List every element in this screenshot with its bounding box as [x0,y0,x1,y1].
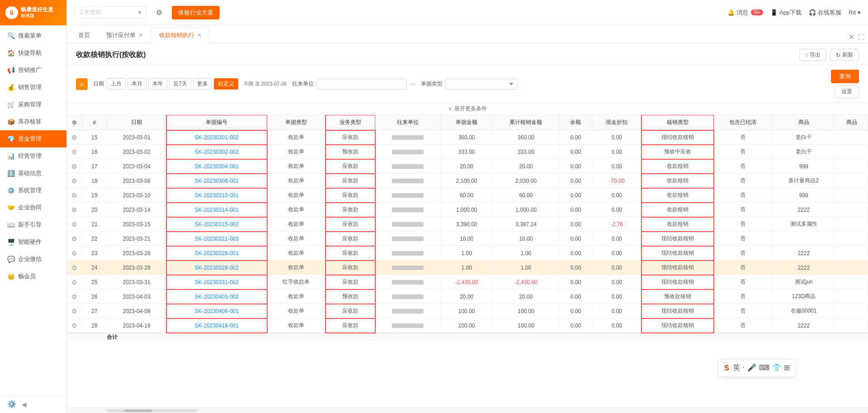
doc-no-link[interactable]: SK-20230408-001 [194,308,238,314]
doc-no-link[interactable]: SK-20230315-002 [194,221,238,228]
row-settings-6[interactable]: ⚙ [67,217,82,232]
cell-product: 123D商品 [772,290,835,304]
row-settings-3[interactable]: ⚙ [67,174,82,188]
doc-no-link[interactable]: SK-20230308-001 [194,178,238,184]
tab-collection-verify[interactable]: 收款核销执行 ✕ [151,27,209,43]
sidebar-item-wechat[interactable]: 💬企业微信 [0,251,66,268]
doc-no-link[interactable]: SK-20230403-002 [194,294,238,300]
sidebar-item-hardware[interactable]: 🖥️智能硬件 [0,233,66,251]
counterparty-input[interactable] [316,79,407,90]
online-service-label: 在线客服 [818,9,841,17]
sidebar-item-purchase[interactable]: 🛒采购管理 [0,96,66,113]
cell-biz-type: 应收款 [326,130,375,145]
doc-type-select[interactable]: 收款单 红字收款单 [445,79,518,90]
sidebar-item-guide[interactable]: 📖新手引导 [0,216,66,233]
notifications-btn[interactable]: 🔔 消息 99+ [727,9,763,17]
date-btn-7days[interactable]: 近7天 [169,78,191,90]
query-btn[interactable]: 查询 [831,70,859,83]
cell-doc-amount: 20.00 [441,290,492,304]
row-settings-1[interactable]: ⚙ [67,145,82,159]
tab-collection-close[interactable]: ✕ [197,32,202,38]
sidebar-item-basic-info[interactable]: ℹ️基础信息 [0,165,66,182]
cell-counterparty [375,246,441,261]
cell-verified-amount: 60.00 [492,188,559,203]
cell-cash-discount: 0.00 [592,290,642,304]
date-btn-this-month[interactable]: 本月 [127,78,146,90]
sidebar-item-enterprise[interactable]: 🤝企业协同 [0,199,66,216]
sidebar-item-finance[interactable]: 💎资金管理 [0,130,66,147]
collapse-icon[interactable]: ◀ [22,401,27,408]
row-settings-12[interactable]: ⚙ [67,304,82,318]
expand-icon: ∨ [448,105,453,112]
date-filter-group: 日期 上月 本月 本年 近7天 更多 自定义 [93,78,238,90]
date-btn-custom[interactable]: 自定义 [214,78,238,90]
doc-no-link[interactable]: SK-20230328-001 [194,250,238,256]
doc-no-link[interactable]: SK-20230302-002 [194,149,238,155]
cell-incl-settled: 否 [714,246,772,261]
row-settings-2[interactable]: ⚙ [67,159,82,174]
doc-no-link[interactable]: SK-20230310-001 [194,192,238,199]
industry-solution-btn[interactable]: 体验行业方案 [172,6,220,19]
date-btn-more[interactable]: 更多 [193,78,212,90]
sidebar-item-sales[interactable]: 💰销售管理 [0,79,66,96]
row-settings-10[interactable]: ⚙ [67,275,82,290]
row-settings-13[interactable]: ⚙ [67,318,82,333]
settings-filter-btn[interactable]: 设置 [835,85,859,98]
workspace-selector[interactable]: 工作空间 ▾ [74,6,146,19]
date-btn-this-year[interactable]: 本年 [148,78,167,90]
cell-incl-settled: 否 [714,304,772,318]
sidebar-item-member[interactable]: 👑畅会员 [0,268,66,285]
doc-no-link[interactable]: SK-20230418-001 [194,323,238,329]
row-settings-5[interactable]: ⚙ [67,203,82,217]
cell-balance: 0.00 [560,246,592,261]
doc-no-link[interactable]: SK-20230314-001 [194,207,238,213]
row-settings-7[interactable]: ⚙ [67,232,82,246]
row-settings-8[interactable]: ⚙ [67,246,82,261]
cell-product2 [835,304,868,318]
row-settings-9[interactable]: ⚙ [67,261,82,275]
doc-no-link[interactable]: SK-20230331-002 [194,279,238,285]
maximize-icon[interactable]: ⛶ [858,33,864,41]
row-settings-0[interactable]: ⚙ [67,130,82,145]
tab-prepay[interactable]: 预计应付单 ✕ [99,27,151,43]
sidebar-item-inventory[interactable]: 📦库存核算 [0,113,66,130]
sidebar-item-system[interactable]: ⚙️系统管理 [0,182,66,199]
row-settings-4[interactable]: ⚙ [67,188,82,203]
tab-home[interactable]: 首页 [71,27,98,43]
table-row: ⚙ 15 2023-03-01 SK-20230301-002 收款单 应收款 … [67,130,868,145]
table-row: ⚙ 18 2023-03-08 SK-20230308-001 收款单 应收款 … [67,174,868,188]
doc-no-link[interactable]: SK-20230301-002 [194,134,238,141]
filter-toggle-btn[interactable]: » [76,78,88,90]
sidebar-item-search-menu[interactable]: 🔍搜索菜单 [0,27,66,44]
app-download-btn[interactable]: 📱 App下载 [770,9,802,17]
settings-icon[interactable]: ⚙️ [7,400,16,408]
cell-doc-amount: 100.00 [441,304,492,318]
refresh-btn[interactable]: ↻ 刷新 [830,49,859,61]
tab-prepay-close[interactable]: ✕ [138,32,143,38]
online-service-btn[interactable]: 🎧 在线客服 [809,9,841,17]
export-btn[interactable]: ↑ 导出 [799,49,826,61]
doc-no-link[interactable]: SK-20230321-003 [194,236,238,242]
doc-no-link[interactable]: SK-20230304-001 [194,163,238,170]
th-settings[interactable]: ⚙ [67,115,82,130]
settings-btn[interactable]: ⚙ [152,5,166,20]
sidebar-item-marketing[interactable]: 📢营销推广 [0,62,66,79]
doc-no-link[interactable]: SK-20230328-002 [194,265,238,271]
close-window-icon[interactable]: ✕ [849,33,854,41]
cell-verified-amount: 1,000.00 [492,203,559,217]
sidebar-item-operations[interactable]: 📊经营管理 [0,147,66,165]
cell-product: 老白干 [772,145,835,159]
english-icon: 英 [733,363,740,373]
cell-doc-type: 收款单 [267,203,326,217]
hardware-icon: 🖥️ [7,238,14,246]
user-avatar[interactable]: Rit ▾ [849,9,861,16]
more-options-btn[interactable]: ··· [410,80,415,88]
expand-conditions-bar[interactable]: ∨ 展开更多条件 [67,103,868,115]
logo-badge: 标推版 [21,13,53,19]
cell-doc-no: SK-20230310-001 [166,188,267,203]
row-settings-11[interactable]: ⚙ [67,290,82,304]
date-btn-last-month[interactable]: 上月 [107,78,126,90]
sidebar-item-quick-nav[interactable]: 🏠快捷导航 [0,44,66,62]
cell-counterparty [375,130,441,145]
counterparty-filter-group: 往来单位 ··· [292,79,415,90]
